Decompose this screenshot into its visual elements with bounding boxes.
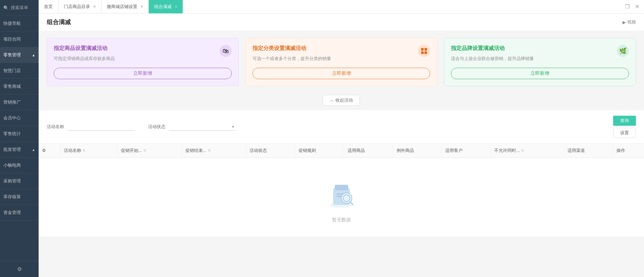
card-add-button-brand-card[interactable]: 立即新增: [451, 68, 629, 79]
tab-store-catalog[interactable]: 门店商品目录×: [58, 0, 101, 13]
chevron-icon: ▲: [32, 53, 35, 57]
gear-icon: ⚙: [17, 266, 22, 272]
activity-name-label: 活动名称: [47, 124, 64, 130]
page-title: 组合满减: [47, 18, 71, 26]
search-icon: 🔍: [3, 5, 9, 10]
table-section: ⚙活动名称⇅促销开始...⇅促销结束...⇅活动状态促销规则适用商品例外商品适用…: [39, 144, 644, 236]
sidebar-item-retail-mall[interactable]: 零售商城: [0, 79, 39, 95]
sidebar-item-finance-mgmt[interactable]: 资金管理: [0, 205, 39, 221]
card-icon: 🛍: [220, 45, 232, 59]
svg-text:🌿: 🌿: [619, 47, 627, 55]
col-label: 促销结束...: [185, 148, 206, 154]
sidebar-item-xiochang-ecom[interactable]: 小畅电商: [0, 158, 39, 173]
collapse-bar: ︿ 收起活动: [39, 93, 644, 110]
col-label: 适用渠道: [567, 148, 585, 153]
window-controls: ❐ ✕: [624, 2, 644, 11]
sidebar-item-project-contract[interactable]: 项目合同: [0, 32, 39, 47]
sort-icon: ⇅: [143, 149, 146, 152]
activity-name-input[interactable]: [67, 123, 135, 131]
play-icon: ▶: [623, 20, 626, 25]
sidebar-item-label: 资金管理: [3, 210, 21, 216]
sidebar-item-purchase-mgmt[interactable]: 采购管理: [0, 173, 39, 189]
promo-card-brand-card: 指定品牌设置满减活动🌿适合与上游企业联合做营销，提升品牌销量立即新增: [444, 38, 636, 86]
sidebar-item-smart-store[interactable]: 智慧门店: [0, 63, 39, 79]
sidebar-item-label: 会员中心: [3, 115, 21, 121]
sidebar-item-label: 项目合同: [3, 36, 21, 42]
sidebar-item-marketing[interactable]: 营销推广: [0, 95, 39, 110]
tab-label: 首页: [44, 4, 53, 10]
th-not-allow-concurrent[interactable]: 不允许同时...⇅: [491, 144, 564, 158]
sidebar-item-retail-mgmt[interactable]: 零售管理▲: [0, 47, 39, 63]
th-settings[interactable]: ⚙: [39, 144, 60, 158]
col-label: 活动名称: [64, 148, 81, 154]
sidebar-item-label: 快捷导航: [3, 20, 21, 26]
tab-close-icon[interactable]: ×: [175, 4, 177, 9]
sidebar-item-label: 营销推广: [3, 99, 21, 105]
tab-label: 门店商品目录: [64, 4, 90, 10]
video-label: 视频: [627, 19, 636, 25]
sidebar-search[interactable]: 🔍 搜索菜单: [0, 0, 39, 16]
sidebar-item-retail-stats[interactable]: 零售统计: [0, 126, 39, 142]
card-title: 指定品牌设置满减活动: [451, 45, 629, 52]
video-link[interactable]: ▶ 视频: [623, 19, 636, 25]
restore-window-button[interactable]: ❐: [624, 2, 631, 11]
tab-label: 微商城店铺设置: [107, 4, 137, 10]
col-label: 操作: [616, 148, 625, 153]
activity-status-label: 活动状态: [148, 124, 166, 130]
svg-rect-3: [421, 48, 424, 51]
th-applicable-customers: 适用客户: [442, 144, 491, 158]
column-settings-button[interactable]: 设置: [613, 128, 636, 138]
sidebar-item-member-center[interactable]: 会员中心: [0, 110, 39, 126]
sidebar-item-label: 零售商城: [3, 84, 21, 90]
gear-icon[interactable]: ⚙: [42, 148, 46, 153]
sidebar-item-label: 小畅电商: [3, 162, 21, 168]
svg-rect-15: [336, 193, 343, 195]
sidebar-item-inventory-calc[interactable]: 库存核算: [0, 189, 39, 205]
col-label: 例外商品: [397, 148, 414, 153]
sidebar-search-label: 搜索菜单: [11, 5, 28, 11]
collapse-button[interactable]: ︿ 收起活动: [323, 95, 360, 106]
query-button[interactable]: 查询: [613, 116, 636, 126]
sidebar-item-label: 零售管理: [3, 52, 21, 58]
main-area: 首页门店商品目录×微商城店铺设置×组合满减× ❐ ✕ 组合满减 ▶ 视频 指定商…: [39, 0, 644, 277]
tab-home[interactable]: 首页: [39, 0, 58, 13]
sidebar-item-quick-nav[interactable]: 快捷导航: [0, 16, 39, 32]
activity-name-filter: 活动名称: [47, 123, 135, 131]
svg-text:🛍: 🛍: [223, 48, 229, 54]
card-desc: 可指定滞销商品或库存较多商品: [54, 55, 232, 62]
svg-rect-16: [336, 196, 341, 197]
card-add-button-product-card[interactable]: 立即新增: [54, 68, 232, 79]
sort-icon: ⇅: [208, 149, 211, 152]
col-label: 不允许同时...: [494, 148, 520, 154]
sidebar-item-label: 智慧门店: [3, 68, 21, 74]
th-activity-name[interactable]: 活动名称⇅: [60, 144, 118, 158]
close-window-button[interactable]: ✕: [634, 2, 641, 11]
activity-status-select[interactable]: 进行中 已结束 未开始: [169, 123, 236, 131]
promo-card-product-card: 指定商品设置满减活动🛍可指定滞销商品或库存较多商品立即新增: [47, 38, 239, 86]
promo-cards-section: 指定商品设置满减活动🛍可指定滞销商品或库存较多商品立即新增指定分类设置满减活动可…: [39, 31, 644, 93]
card-add-button-category-card[interactable]: 立即新增: [252, 68, 430, 79]
chevron-icon: ▲: [32, 148, 35, 152]
tab-close-icon[interactable]: ×: [93, 4, 96, 9]
tab-close-icon[interactable]: ×: [141, 4, 143, 9]
svg-rect-5: [421, 51, 424, 54]
th-applicable-channels: 适用渠道: [564, 144, 613, 158]
sidebar-item-wholesale-mgmt[interactable]: 批发管理▲: [0, 142, 39, 158]
activity-status-select-wrapper: 进行中 已结束 未开始 ▾: [169, 123, 236, 131]
filter-section: 活动名称 活动状态 进行中 已结束 未开始 ▾ 查询 设置: [39, 110, 644, 144]
th-promo-rule: 促销规则: [295, 144, 344, 158]
sort-icon: ⇅: [83, 149, 85, 152]
sidebar-item-label: 库存核算: [3, 194, 21, 200]
tab-combo-discount[interactable]: 组合满减×: [149, 0, 183, 13]
col-label: 适用商品: [348, 148, 365, 153]
th-applicable-goods: 适用商品: [344, 144, 393, 158]
activity-status-filter: 活动状态 进行中 已结束 未开始 ▾: [148, 123, 236, 131]
th-promo-end[interactable]: 促销结束...⇅: [182, 144, 246, 158]
th-operations: 操作: [613, 144, 644, 158]
th-promo-start[interactable]: 促销开始...⇅: [118, 144, 182, 158]
empty-state: 暂无数据: [39, 158, 644, 236]
content-area: 组合满减 ▶ 视频 指定商品设置满减活动🛍可指定滞销商品或库存较多商品立即新增指…: [39, 13, 644, 277]
filter-buttons: 查询 设置: [613, 116, 636, 138]
tab-mini-store-settings[interactable]: 微商城店铺设置×: [101, 0, 149, 13]
sidebar-settings-button[interactable]: ⚙: [0, 261, 39, 277]
